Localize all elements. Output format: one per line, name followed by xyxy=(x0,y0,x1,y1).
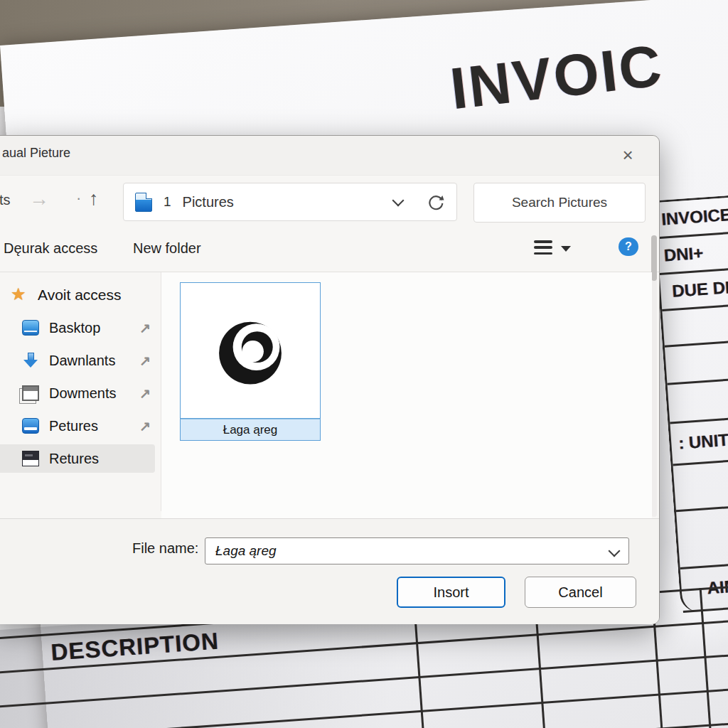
cancel-button[interactable]: Cancel xyxy=(525,577,636,608)
close-icon[interactable]: × xyxy=(615,142,641,168)
documents-icon xyxy=(22,385,39,401)
swirl-logo xyxy=(205,307,295,394)
sidebar-item-dawnlants[interactable]: Dawnlants↗ xyxy=(0,346,161,375)
refresh-icon[interactable] xyxy=(427,193,445,211)
address-bar[interactable]: 1 Pictures xyxy=(123,183,457,221)
new-folder-button[interactable]: New folder xyxy=(133,240,201,257)
file-thumbnail[interactable] xyxy=(180,282,321,419)
chevron-down-icon[interactable] xyxy=(392,195,405,207)
file-name-label: File name: xyxy=(132,540,198,557)
dialog-title: aual Pieture xyxy=(2,146,70,161)
up-arrow-icon[interactable]: ↑ xyxy=(89,188,99,210)
sidebar: Avoit access Basktop↗Dawnlants↗Dowments↗… xyxy=(0,272,161,518)
table-row-line xyxy=(0,708,728,728)
pin-arrow-icon[interactable]: ↗ xyxy=(139,353,151,369)
sidebar-item-label: Basktop xyxy=(49,320,100,336)
sidebar-item-petures[interactable]: Petures↗ xyxy=(0,412,161,440)
search-input[interactable]: Search Pictures xyxy=(473,183,646,223)
table-row-line xyxy=(0,674,728,728)
sidebar-divider xyxy=(161,272,161,511)
insert-button[interactable]: Insort xyxy=(397,577,505,608)
sidebar-item-label: Dowments xyxy=(49,385,116,402)
sidebar-item-label: Retures xyxy=(49,451,99,467)
pictures-icon xyxy=(22,418,39,434)
help-icon[interactable]: ? xyxy=(619,237,638,256)
dialog-titlebar: aual Pieture × xyxy=(0,136,659,176)
nav-text-fragment: ts xyxy=(0,192,11,208)
sidebar-header-quick-access[interactable]: Avoit access xyxy=(0,281,161,309)
star-icon xyxy=(12,287,29,303)
file-tile--aga-reg[interactable]: Łaga ąreg xyxy=(180,282,321,441)
nav-dot-icon: · xyxy=(76,189,81,208)
dropdown-triangle-icon xyxy=(561,246,571,252)
search-placeholder: Search Pictures xyxy=(512,195,607,210)
dialog-body: Avoit access Basktop↗Dawnlants↗Dowments↗… xyxy=(0,272,659,518)
breadcrumb-folder[interactable]: Pictures xyxy=(183,194,234,210)
pin-arrow-icon[interactable]: ↗ xyxy=(139,385,151,402)
sidebar-item-dowments[interactable]: Dowments↗ xyxy=(0,379,161,407)
pin-arrow-icon[interactable]: ↗ xyxy=(139,320,151,336)
dialog-footer: File name: Łaga ąreg Insort Cancel xyxy=(0,518,659,624)
download-icon xyxy=(22,353,39,368)
sidebar-items: Basktop↗Dawnlants↗Dowments↗Petures↗Retur… xyxy=(0,314,161,473)
toolbar-quick-access[interactable]: Dęurak access xyxy=(4,240,97,257)
breadcrumb-number: 1 xyxy=(164,194,171,210)
sidebar-item-retures[interactable]: Retures xyxy=(0,444,155,473)
view-options-button[interactable] xyxy=(534,240,571,255)
file-name-input[interactable]: Łaga ąreg xyxy=(205,537,629,564)
file-tile-label: Łaga ąreg xyxy=(180,419,321,441)
sidebar-header-label: Avoit access xyxy=(38,287,122,304)
returns-icon xyxy=(22,451,39,466)
pictures-folder-icon xyxy=(135,193,152,212)
sidebar-item-label: Dawnlants xyxy=(49,353,115,369)
desktop-icon xyxy=(22,320,39,336)
file-name-value: Łaga ąreg xyxy=(215,543,610,559)
pin-arrow-icon[interactable]: ↗ xyxy=(139,418,151,434)
sidebar-item-basktop[interactable]: Basktop↗ xyxy=(0,314,161,342)
dialog-toolbar: Dęurak access New folder ? xyxy=(0,229,659,272)
file-name-chevron-icon[interactable] xyxy=(609,545,621,557)
insert-picture-dialog: aual Pieture × ts → · ↑ 1 Pictures Searc… xyxy=(0,135,660,624)
forward-arrow-icon[interactable]: → xyxy=(29,188,49,210)
list-view-icon xyxy=(534,240,552,255)
sidebar-item-label: Petures xyxy=(49,418,98,434)
navigation-bar: ts → · ↑ 1 Pictures Search Pictures xyxy=(0,175,659,229)
